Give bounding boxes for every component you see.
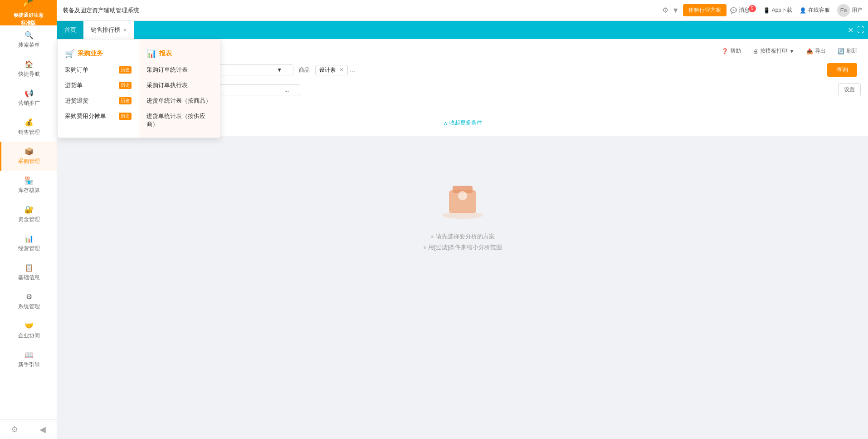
dropdown-purchase-header: 🛒 采购业务 <box>58 45 139 62</box>
sidebar-icon-cooperation: 🤝 <box>24 321 34 330</box>
purchase-order-label: 采购订单 <box>65 66 88 74</box>
sidebar-item-marketing[interactable]: 📢 营销推广 <box>0 84 57 113</box>
header-gear-icon[interactable]: ⚙ <box>662 6 668 15</box>
goods-tag[interactable]: 设计素 ✕ <box>315 65 348 75</box>
goods-more[interactable]: ... <box>350 66 356 74</box>
sidebar-item-basic[interactable]: 📋 基础信息 <box>0 258 57 287</box>
toolbar: ❓ 帮助 🖨 按模板打印 ▼ 📤 导出 🔄 刷新 <box>718 45 861 57</box>
sidebar-icon-purchase: 📦 <box>24 147 34 156</box>
tab-sales-rank[interactable]: 销售排行榜 ✕ <box>83 21 134 39</box>
salesperson-more: ... <box>284 87 289 93</box>
sidebar-label-search: 搜索菜单 <box>18 41 40 49</box>
purchase-order-history-badge: 历史 <box>119 66 132 74</box>
sidebar-label-basic: 基础信息 <box>18 274 40 281</box>
goods-tag-close-icon[interactable]: ✕ <box>339 67 344 73</box>
tab-home[interactable]: 首页 <box>57 21 83 39</box>
collapse-label: 收起更多条件 <box>449 119 482 127</box>
sidebar-item-purchase[interactable]: 📦 采购管理 <box>0 142 57 171</box>
sidebar-icon-basic: 📋 <box>24 263 34 272</box>
header-right: 💬 消息 5 📱 App下载 👤 在线客服 Ea 用户 <box>730 4 863 17</box>
dropdown-item-inbound-stats-goods[interactable]: 进货单统计表（按商品） <box>139 93 220 109</box>
sidebar-menu: 🔍 搜索菜单 🏠 快捷导航 📢 营销推广 💰 销售管理 📦 采购管理 🏪 库存核… <box>0 25 57 419</box>
dropdown-menu: 🛒 采购业务 采购订单 历史 进货单 历史 进货退货 历史 采购费用分摊单 历史… <box>57 39 220 138</box>
tabs-bar: 首页 销售排行榜 ✕ ✕ ⛶ <box>57 21 868 39</box>
inbound-stats-goods-label: 进货单统计表（按商品） <box>146 97 211 105</box>
sidebar-item-finance[interactable]: 🔐 资金管理 <box>0 200 57 229</box>
export-button[interactable]: 📤 导出 <box>803 45 829 57</box>
sidebar-item-quicknav[interactable]: 🏠 快捷导航 <box>0 54 57 84</box>
help-button[interactable]: ❓ 帮助 <box>718 45 745 57</box>
sidebar-label-system: 系统管理 <box>18 303 40 311</box>
empty-icon-svg: ! <box>435 177 490 222</box>
query-button[interactable]: 查询 <box>827 63 857 77</box>
print-dropdown-icon: ▼ <box>789 48 795 54</box>
dropdown-item-return[interactable]: 进货退货 历史 <box>58 93 139 109</box>
header: 装备及固定资产辅助管理系统 ⚙ ▼ 体验行业方案 💬 消息 5 📱 App下载 … <box>57 0 868 21</box>
app-download-item[interactable]: 📱 App下载 <box>763 6 792 14</box>
header-expand-icon[interactable]: ▼ <box>672 6 679 15</box>
dropdown-item-inbound-stats-supplier[interactable]: 进货单统计表（按供应商） <box>139 109 220 132</box>
inbound-stats-supplier-label: 进货单统计表（按供应商） <box>146 112 213 128</box>
message-item[interactable]: 💬 消息 5 <box>730 6 756 14</box>
dropdown-item-inbound[interactable]: 进货单 历史 <box>58 78 139 93</box>
goods-tag-value: 设计素 <box>319 66 336 74</box>
dropdown-item-purchase-order[interactable]: 采购订单 历史 <box>58 62 139 78</box>
sidebar-item-operations[interactable]: 📊 经营管理 <box>0 229 57 258</box>
sidebar-item-system[interactable]: ⚙ 系统管理 <box>0 287 57 316</box>
sidebar-icon-sales: 💰 <box>24 118 34 127</box>
sidebar-icon-search: 🔍 <box>24 31 34 39</box>
refresh-icon: 🔄 <box>838 48 844 54</box>
print-label: 按模板打印 <box>760 47 787 55</box>
user-label: 用户 <box>852 6 863 14</box>
sidebar-label-marketing: 营销推广 <box>18 99 40 107</box>
salesperson-select[interactable]: ... <box>210 84 300 95</box>
sidebar-item-search[interactable]: 🔍 搜索菜单 <box>0 25 57 54</box>
message-icon: 💬 <box>730 7 737 14</box>
sidebar-footer: ⚙ ◀ <box>0 419 57 439</box>
message-label: 消息 <box>739 6 750 14</box>
empty-state: ! ● 请先选择要分析的方案 ● 用[过滤]条件来缩小分析范围 <box>57 136 868 289</box>
order-stats-label: 采购订单统计表 <box>146 66 188 74</box>
online-service-item[interactable]: 👤 在线客服 <box>800 6 830 14</box>
refresh-button[interactable]: 🔄 刷新 <box>834 45 861 57</box>
sidebar-label-cooperation: 企业协同 <box>18 332 40 340</box>
sidebar-collapse-icon[interactable]: ◀ <box>39 424 46 434</box>
svg-point-3 <box>458 191 467 200</box>
cost-label: 采购费用分摊单 <box>65 112 106 120</box>
user-item[interactable]: Ea 用户 <box>837 4 863 17</box>
sidebar-item-guide[interactable]: 📖 新手引导 <box>0 345 57 374</box>
phone-icon: 📱 <box>763 7 770 14</box>
query-actions: 查询 <box>824 61 861 79</box>
inbound-history-badge: 历史 <box>119 82 132 89</box>
tab-close-icon[interactable]: ✕ <box>123 28 127 33</box>
report-col-icon: 📊 <box>146 49 156 59</box>
sidebar-icon-quicknav: 🏠 <box>24 60 34 69</box>
sidebar-label-purchase: 采购管理 <box>18 158 40 165</box>
cost-history-badge: 历史 <box>119 113 132 120</box>
sidebar-settings-icon[interactable]: ⚙ <box>11 424 18 434</box>
print-button[interactable]: 🖨 按模板打印 ▼ <box>749 45 798 57</box>
dropdown-report-col: 📊 报表 采购订单统计表 采购订单执行表 进货单统计表（按商品） 进货单统计表（… <box>139 39 220 138</box>
tab-expand-icon[interactable]: ⛶ <box>857 26 864 34</box>
print-icon: 🖨 <box>753 48 758 54</box>
sidebar-icon-inventory: 🏪 <box>24 176 34 185</box>
online-service-label: 在线客服 <box>808 6 830 14</box>
sidebar-item-sales[interactable]: 💰 销售管理 <box>0 113 57 142</box>
tab-close-all-icon[interactable]: ✕ <box>848 26 853 35</box>
sidebar-icon-system: ⚙ <box>26 292 32 301</box>
sidebar-item-inventory[interactable]: 🏪 库存核算 <box>0 171 57 200</box>
dropdown-item-order-exec[interactable]: 采购订单执行表 <box>139 78 220 93</box>
industry-button[interactable]: 体验行业方案 <box>683 4 727 16</box>
tabs-bar-right: ✕ ⛶ <box>844 21 868 39</box>
logo-icon: 🍊 <box>22 0 34 11</box>
dropdown-item-cost[interactable]: 采购费用分摊单 历史 <box>58 109 139 124</box>
sidebar-icon-finance: 🔐 <box>24 205 34 214</box>
report-col-label: 报表 <box>159 49 172 58</box>
sidebar-item-cooperation[interactable]: 🤝 企业协同 <box>0 316 57 345</box>
user-avatar: Ea <box>837 4 850 17</box>
empty-hint-2: ● 用[过滤]条件来缩小分析范围 <box>423 242 502 253</box>
dropdown-item-order-stats[interactable]: 采购订单统计表 <box>139 62 220 78</box>
settings-button[interactable]: 设置 <box>838 83 861 96</box>
sidebar-label-inventory: 库存核算 <box>18 187 40 194</box>
dropdown-report-header: 📊 报表 <box>139 45 220 62</box>
